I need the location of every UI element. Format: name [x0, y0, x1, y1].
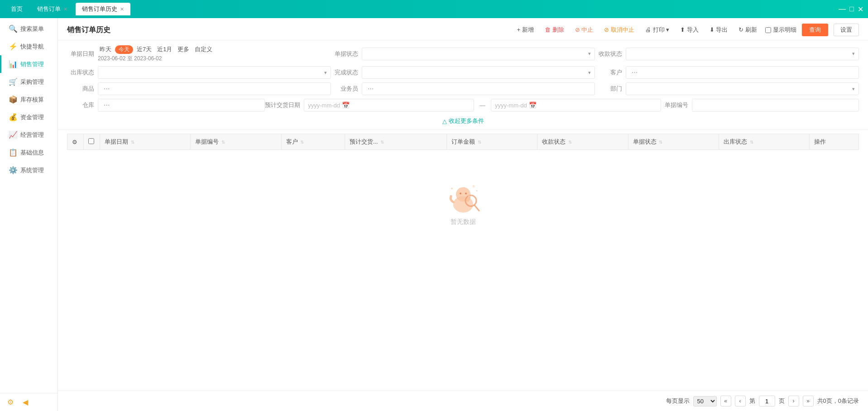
customer-input[interactable]: ··· [626, 66, 859, 79]
delete-button[interactable]: 🗑 删除 [542, 24, 567, 35]
settings-icon[interactable]: ⚙ [7, 398, 14, 406]
main-layout: 🔍 搜索菜单 ⚡ 快捷导航 📊 销售管理 🛒 采购管理 📦 库存核算 💰 资金管… [0, 18, 868, 411]
svg-point-7 [476, 190, 477, 192]
customer-dots[interactable]: ··· [630, 68, 639, 77]
close-tab-sales-order[interactable]: ✕ [63, 6, 67, 12]
add-button[interactable]: + 新增 [514, 24, 537, 35]
tab-sales-order[interactable]: 销售订单 ✕ [31, 3, 74, 15]
calendar-icon: 📅 [342, 102, 350, 109]
sidebar-item-quick-nav[interactable]: ⚡ 快捷导航 [0, 38, 58, 55]
maximize-button[interactable]: □ [849, 5, 854, 13]
tab-home[interactable]: 首页 [5, 3, 29, 15]
th-number-label: 单据编号 [195, 138, 219, 145]
date-btn-custom[interactable]: 自定义 [193, 45, 214, 54]
filter-receipt-status: 收款状态 ▾ [595, 48, 859, 60]
customer-label: 客户 [595, 68, 622, 77]
filter-area: 单据日期 昨天 今天 近7天 近1月 更多 自定义 2023-06-02 至 2… [58, 40, 868, 130]
page-size-select[interactable]: 50 10 20 100 [693, 396, 717, 406]
salesperson-dots[interactable]: ··· [366, 85, 375, 93]
calendar-icon2: 📅 [529, 102, 537, 109]
sidebar-item-operations[interactable]: 📈 经营管理 [0, 126, 58, 144]
last-page-button[interactable]: » [803, 396, 814, 406]
date-btn-yesterday[interactable]: 昨天 [98, 45, 113, 54]
th-delivery-status-label: 出库状态 [724, 138, 747, 145]
delivery-status-select[interactable]: ▾ [98, 66, 331, 79]
tab-sales-order-history[interactable]: 销售订单历史 ✕ [76, 3, 130, 15]
import-button[interactable]: ⬆ 导入 [677, 24, 701, 35]
sort-icon-order[interactable]: ⇅ [659, 140, 662, 145]
sidebar-item-inventory[interactable]: 📦 库存核算 [0, 91, 58, 108]
chevron-down-icon4: ▾ [588, 70, 591, 76]
sidebar: 🔍 搜索菜单 ⚡ 快捷导航 📊 销售管理 🛒 采购管理 📦 库存核算 💰 资金管… [0, 18, 58, 411]
minimize-button[interactable]: — [839, 5, 846, 13]
collapse-bar[interactable]: △ 收起更多条件 [67, 115, 859, 125]
finance-icon: 💰 [9, 113, 17, 121]
sort-icon-receipt[interactable]: ⇅ [568, 140, 572, 145]
filter-row-1: 单据日期 昨天 今天 近7天 近1月 更多 自定义 2023-06-02 至 2… [67, 45, 859, 63]
sidebar-item-search[interactable]: 🔍 搜索菜单 [0, 20, 58, 38]
table-area: ⚙ 单据日期 ⇅ 单据编号 ⇅ [58, 130, 868, 391]
filter-order-number: 单据编号 [661, 99, 859, 111]
sidebar-item-finance[interactable]: 💰 资金管理 [0, 108, 58, 126]
stop-button[interactable]: ⊘ 中止 [572, 24, 596, 35]
chevron-up-icon: △ [442, 118, 447, 125]
salesperson-input[interactable]: ··· [362, 82, 595, 95]
select-all-checkbox[interactable] [88, 138, 94, 144]
filter-product: 商品 ··· [67, 82, 331, 95]
product-input[interactable]: ··· [98, 82, 331, 95]
sort-icon-delivery[interactable]: ⇅ [750, 140, 753, 145]
date-btn-7days[interactable]: 近7天 [135, 45, 153, 54]
cancel-stop-button[interactable]: ⊘ 取消中止 [601, 24, 637, 35]
setting-button[interactable]: 设置 [834, 24, 859, 36]
settings-icon2[interactable]: ⚙ [72, 139, 77, 145]
delivery-date-from[interactable]: yyyy-mm-dd 📅 [304, 99, 474, 111]
sort-icon-amount[interactable]: ⇅ [478, 140, 481, 145]
warehouse-input[interactable]: ··· [98, 99, 265, 111]
refresh-button[interactable]: ↻ 刷新 [736, 24, 760, 35]
first-page-button[interactable]: « [720, 396, 731, 406]
order-number-input[interactable] [692, 99, 859, 111]
date-btn-more[interactable]: 更多 [176, 45, 191, 54]
order-status-select[interactable]: ▾ [362, 48, 595, 60]
table-header-row: ⚙ 单据日期 ⇅ 单据编号 ⇅ [67, 134, 859, 150]
content-area: 销售订单历史 + 新增 🗑 删除 ⊘ 中止 ⊘ 取消中止 🖨 打印 ▾ ⬆ 导入… [58, 18, 868, 411]
filter-row-2: 出库状态 ▾ 完成状态 ▾ 客户 ··· [67, 66, 859, 79]
close-window-button[interactable]: ✕ [858, 5, 863, 14]
sort-icon-date[interactable]: ⇅ [131, 140, 134, 145]
next-page-button[interactable]: › [788, 396, 799, 406]
prev-page-button[interactable]: ‹ [735, 396, 746, 406]
empty-illustration [438, 177, 488, 218]
close-tab-history[interactable]: ✕ [120, 6, 124, 12]
sidebar-item-purchase[interactable]: 🛒 采购管理 [0, 73, 58, 91]
filter-row-4: 仓库 ··· 预计交货日期 yyyy-mm-dd 📅 — yyyy-mm-dd … [67, 99, 859, 111]
sort-icon-delivery-date[interactable]: ⇅ [380, 140, 384, 145]
th-order-status: 单据状态 ⇅ [628, 134, 719, 150]
print-button[interactable]: 🖨 打印 ▾ [643, 24, 672, 35]
filter-salesperson: 业务员 ··· [331, 82, 595, 95]
sidebar-item-sales[interactable]: 📊 销售管理 [0, 55, 58, 73]
department-select[interactable]: ▾ [626, 82, 859, 95]
complete-status-select[interactable]: ▾ [362, 66, 595, 79]
sidebar-item-basic-info[interactable]: 📋 基础信息 [0, 144, 58, 161]
query-button[interactable]: 查询 [802, 24, 828, 36]
date-to-placeholder: yyyy-mm-dd [495, 102, 527, 109]
sort-icon-number[interactable]: ⇅ [221, 140, 225, 145]
pagination: 每页显示 50 10 20 100 « ‹ 第 页 › » 共0页，0条记录 [58, 391, 868, 411]
receipt-status-label: 收款状态 [595, 50, 622, 58]
page-number-input[interactable] [759, 396, 775, 406]
product-dots[interactable]: ··· [102, 85, 111, 93]
inventory-icon: 📦 [9, 95, 17, 104]
show-detail-input[interactable] [765, 27, 771, 33]
export-button[interactable]: ⬇ 导出 [707, 24, 731, 35]
warehouse-dots[interactable]: ··· [102, 101, 111, 109]
sidebar-item-system[interactable]: ⚙️ 系统管理 [0, 161, 58, 179]
date-btn-1month[interactable]: 近1月 [155, 45, 174, 54]
chevron-down-icon: ▾ [588, 51, 591, 57]
date-btn-today[interactable]: 今天 [115, 45, 133, 54]
th-customer-label: 客户 [286, 138, 298, 145]
delivery-date-to[interactable]: yyyy-mm-dd 📅 [491, 99, 661, 111]
sort-icon-customer[interactable]: ⇅ [300, 140, 304, 145]
show-detail-checkbox[interactable]: 显示明细 [765, 26, 796, 34]
collapse-sidebar-icon[interactable]: ◀ [23, 398, 28, 406]
receipt-status-select[interactable]: ▾ [626, 48, 859, 60]
